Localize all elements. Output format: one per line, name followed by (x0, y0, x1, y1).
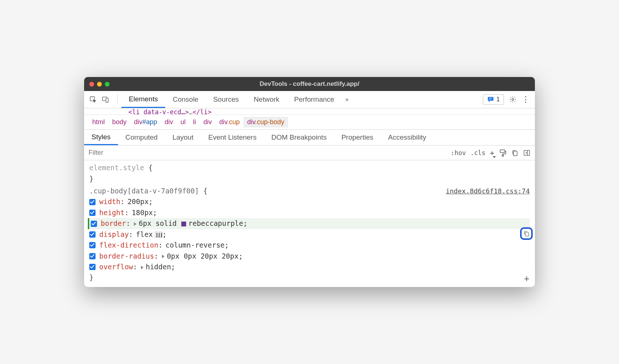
css-declaration[interactable]: border-radius:0px 0px 20px 20px; (89, 251, 530, 262)
css-property[interactable]: border-radius (99, 251, 154, 262)
rule-source-link[interactable]: index.8d6c6f18.css:74 (446, 186, 530, 196)
minimize-window-button[interactable] (97, 82, 102, 87)
titlebar: DevTools - coffee-cart.netlify.app/ (84, 77, 535, 91)
crumb-div[interactable]: div (161, 117, 177, 127)
window-title: DevTools - coffee-cart.netlify.app/ (84, 80, 535, 88)
subtab-properties[interactable]: Properties (334, 130, 381, 145)
devtools-window: DevTools - coffee-cart.netlify.app/ Elem… (84, 77, 535, 287)
chat-icon (487, 96, 494, 103)
styles-subtabs: Styles Computed Layout Event Listeners D… (84, 130, 535, 146)
styles-filter-row: :hov .cls + (84, 146, 535, 160)
add-declaration-button[interactable]: + (524, 272, 529, 286)
declaration-toggle[interactable] (89, 242, 96, 248)
breadcrumb: html body div#app div ul li div div.cup … (84, 115, 535, 130)
flexbox-editor-icon[interactable] (155, 232, 162, 238)
tabs-overflow[interactable]: » (342, 91, 352, 108)
css-value[interactable]: column-reverse; (166, 240, 229, 251)
inspect-element-icon[interactable] (89, 96, 97, 103)
css-declaration[interactable]: display:flex; (89, 229, 530, 240)
svg-rect-4 (500, 150, 505, 152)
new-style-rule-button[interactable]: + (490, 148, 494, 157)
expand-icon[interactable] (141, 266, 143, 269)
tab-elements[interactable]: Elements (121, 91, 165, 108)
declaration-toggle[interactable] (89, 253, 96, 259)
settings-icon[interactable] (509, 96, 516, 103)
element-style-rule[interactable]: element.style { } (84, 162, 535, 185)
tab-performance[interactable]: Performance (287, 91, 342, 108)
tab-network[interactable]: Network (246, 91, 287, 108)
more-menu-icon[interactable]: ⋮ (522, 95, 530, 104)
copy-all-icon[interactable] (511, 149, 519, 157)
cls-toggle[interactable]: .cls (470, 149, 485, 157)
css-value[interactable]: 6px solid rebeccapurple; (133, 218, 248, 229)
rule-header: .cup-body[data-v-7a0f9f00] { index.8d6c6… (89, 186, 530, 196)
declaration-toggle[interactable] (89, 199, 96, 205)
css-value[interactable]: 0px 0px 20px 20px; (161, 251, 243, 262)
copy-icon (523, 230, 530, 237)
main-tabs: Elements Console Sources Network Perform… (121, 91, 481, 108)
copy-declaration-button[interactable] (520, 227, 533, 240)
expand-icon[interactable] (134, 222, 136, 226)
svg-rect-2 (106, 98, 108, 102)
hov-toggle[interactable]: :hov (451, 149, 466, 157)
crumb-div2[interactable]: div (200, 117, 215, 127)
crumb-ul[interactable]: ul (177, 117, 189, 127)
subtab-styles[interactable]: Styles (84, 130, 118, 145)
css-property[interactable]: overflow (99, 262, 133, 272)
tab-sources[interactable]: Sources (206, 91, 246, 108)
css-property[interactable]: display (99, 229, 129, 240)
css-property[interactable]: width (99, 196, 120, 207)
declaration-toggle[interactable] (89, 264, 96, 270)
filter-input[interactable] (84, 146, 446, 160)
declaration-toggle[interactable] (91, 221, 97, 227)
crumb-body[interactable]: body (108, 117, 130, 127)
filter-tools: :hov .cls + (446, 148, 535, 157)
svg-rect-6 (513, 151, 517, 155)
computed-sidebar-icon[interactable] (523, 149, 530, 157)
traffic-lights (89, 82, 110, 87)
paint-icon[interactable] (499, 149, 507, 157)
crumb-cup-body[interactable]: div.cup-body (243, 117, 288, 127)
css-value[interactable]: flex; (136, 229, 167, 240)
toolbar-left-icons (87, 96, 114, 103)
expand-icon[interactable] (162, 255, 165, 258)
css-declaration[interactable]: border:6px solid rebeccapurple; (88, 218, 530, 229)
rule-selector[interactable]: .cup-body[data-v-7a0f9f00] (89, 187, 199, 195)
svg-point-3 (512, 99, 514, 101)
css-value[interactable]: 180px; (132, 207, 157, 218)
css-rule: .cup-body[data-v-7a0f9f00] { index.8d6c6… (84, 185, 535, 284)
svg-rect-5 (502, 155, 504, 156)
subtab-accessibility[interactable]: Accessibility (381, 130, 433, 145)
css-property[interactable]: border (101, 218, 126, 229)
crumb-html[interactable]: html (89, 117, 108, 127)
css-value[interactable]: hidden; (140, 262, 175, 272)
subtab-event-listeners[interactable]: Event Listeners (201, 130, 264, 145)
subtab-dom-breakpoints[interactable]: DOM Breakpoints (264, 130, 334, 145)
issues-button[interactable]: 1 (483, 94, 504, 105)
css-declaration[interactable]: overflow:hidden; (89, 262, 530, 272)
css-declaration[interactable]: width:200px; (89, 196, 530, 207)
declaration-toggle[interactable] (89, 231, 96, 238)
color-swatch[interactable] (181, 221, 186, 227)
css-property[interactable]: height (99, 207, 125, 218)
css-property[interactable]: flex-direction (99, 240, 158, 251)
toolbar-right: 1 ⋮ (483, 94, 532, 105)
main-toolbar: Elements Console Sources Network Perform… (84, 91, 535, 108)
dom-tree-snippet[interactable]: <li data-v-ecd…>…</li> (84, 108, 535, 115)
css-value[interactable]: 200px; (128, 196, 153, 207)
device-toolbar-icon[interactable] (102, 96, 109, 103)
toolbar-divider (117, 94, 118, 105)
maximize-window-button[interactable] (105, 82, 110, 87)
tab-console[interactable]: Console (165, 91, 206, 108)
crumb-cup[interactable]: div.cup (215, 117, 243, 127)
crumb-li[interactable]: li (189, 117, 200, 127)
styles-pane: element.style { } .cup-body[data-v-7a0f9… (84, 160, 535, 287)
close-window-button[interactable] (89, 82, 94, 87)
subtab-computed[interactable]: Computed (118, 130, 165, 145)
declaration-toggle[interactable] (89, 210, 96, 216)
svg-rect-8 (525, 232, 529, 236)
crumb-app[interactable]: div#app (130, 117, 161, 127)
subtab-layout[interactable]: Layout (165, 130, 201, 145)
css-declaration[interactable]: height:180px; (89, 207, 530, 218)
css-declaration[interactable]: flex-direction:column-reverse; (89, 240, 530, 251)
